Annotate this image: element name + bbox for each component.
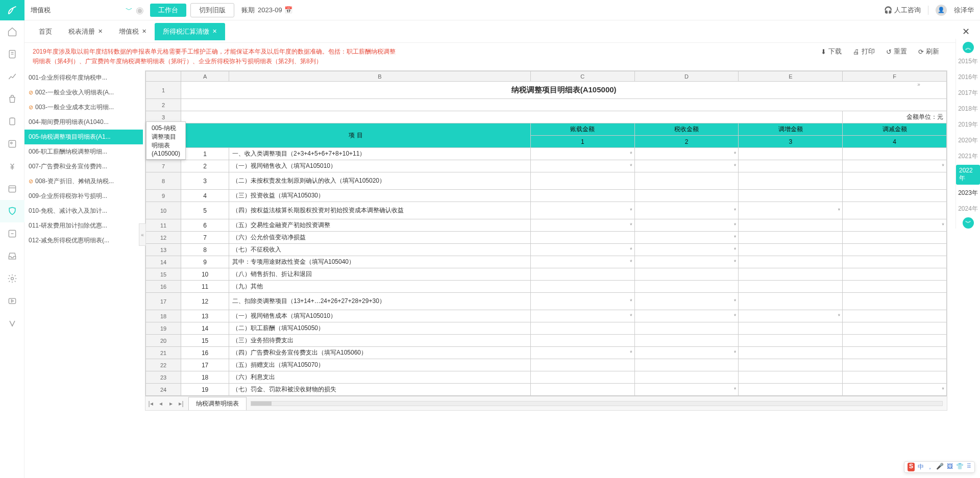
table-row[interactable]: 1813（一）视同销售成本（填写A105010）*** bbox=[146, 310, 947, 322]
period-value[interactable]: 2023-09 bbox=[258, 6, 282, 14]
nav-tax-icon[interactable] bbox=[0, 200, 24, 222]
sheet-tab[interactable]: 纳税调整明细表 bbox=[188, 397, 247, 410]
nav-inbox-icon[interactable] bbox=[0, 245, 24, 267]
table-row[interactable]: 2217（五）捐赠支出（填写A105070） bbox=[146, 359, 947, 371]
warn-icon: ⊘ bbox=[29, 104, 33, 111]
nav-archive-icon[interactable] bbox=[0, 222, 24, 245]
nav-chart-icon[interactable] bbox=[0, 65, 24, 88]
nav-doc-icon[interactable] bbox=[0, 43, 24, 65]
doc-icon[interactable]: ◉ bbox=[136, 5, 144, 16]
nav-calendar-icon[interactable] bbox=[0, 178, 24, 200]
year-2015[interactable]: 2015年 bbox=[958, 54, 978, 69]
close-icon[interactable]: ✕ bbox=[98, 28, 103, 35]
nav-v-icon[interactable] bbox=[0, 312, 24, 335]
ime-mic-icon[interactable]: 🎤 bbox=[936, 463, 944, 471]
sheet-nav-first[interactable]: |◂ bbox=[145, 400, 156, 407]
table-row[interactable]: 2015（三）业务招待费支出 bbox=[146, 335, 947, 347]
form-item-tooltip: 005-纳税调整项目明细表(A105000) bbox=[146, 121, 186, 160]
ime-toolbar[interactable]: S 中 ， 🎤 🖼 👕 ⠿ bbox=[904, 461, 975, 473]
support-link[interactable]: 🎧 人工咨询 bbox=[884, 6, 921, 15]
svg-rect-7 bbox=[9, 298, 15, 304]
avatar[interactable]: 👤 bbox=[936, 5, 947, 16]
nav-home-icon[interactable] bbox=[0, 20, 24, 43]
year-2018[interactable]: 2018年 bbox=[958, 102, 978, 116]
table-row[interactable]: 2419（七）罚金、罚款和被没收财物的损失** bbox=[146, 384, 947, 396]
year-2019[interactable]: 2019年 bbox=[958, 117, 978, 132]
reset-button[interactable]: ↺重置 bbox=[886, 47, 907, 56]
form-item-012[interactable]: 012-减免所得税优惠明细表(... bbox=[24, 233, 143, 248]
table-row[interactable]: 61一、收入类调整项目（2+3+4+5+6+7+8+10+11）** bbox=[146, 148, 947, 160]
year-2016[interactable]: 2016年 bbox=[958, 70, 978, 85]
close-icon[interactable]: ✕ bbox=[142, 28, 146, 35]
form-item-005[interactable]: 005-纳税调整项目明细表(A1... bbox=[24, 130, 143, 144]
calendar-icon[interactable]: 📅 bbox=[284, 6, 292, 14]
sheet-nav-prev[interactable]: ◂ bbox=[156, 400, 166, 407]
year-2022[interactable]: 2022年 bbox=[956, 165, 980, 185]
switch-old-button[interactable]: 切到旧版 bbox=[190, 3, 234, 17]
table-row[interactable]: 94（三）投资收益（填写A105030） bbox=[146, 190, 947, 202]
tab-tax-list[interactable]: 税表清册✕ bbox=[60, 23, 111, 40]
ime-grid-icon[interactable]: ⠿ bbox=[967, 463, 971, 471]
form-item-008[interactable]: ⊘008-资产折旧、摊销及纳税... bbox=[24, 174, 143, 189]
year-scroll-up[interactable]: ︽ bbox=[963, 42, 974, 53]
table-row[interactable]: 116（五）交易性金融资产初始投资调整*** bbox=[146, 219, 947, 232]
tab-vat[interactable]: 增值税✕ bbox=[111, 23, 155, 40]
close-all-button[interactable]: ✕ bbox=[958, 24, 974, 39]
table-row[interactable]: 105（四）按权益法核算长期股权投资对初始投资成本调整确认收益*** bbox=[146, 202, 947, 219]
form-item-002[interactable]: ⊘002-一般企业收入明细表(A... bbox=[24, 85, 143, 100]
workbench-button[interactable]: 工作台 bbox=[150, 4, 186, 17]
sheet-nav-last[interactable]: ▸| bbox=[176, 400, 186, 407]
tab-income-tax[interactable]: 所得税汇算清缴✕ bbox=[155, 23, 225, 40]
ime-item[interactable]: ， bbox=[927, 463, 933, 471]
year-2024[interactable]: 2024年 bbox=[958, 202, 978, 216]
table-row[interactable]: 138（七）不征税收入** bbox=[146, 244, 947, 256]
scrollbar-thumb[interactable] bbox=[251, 401, 272, 406]
download-icon: ⬇ bbox=[821, 48, 826, 56]
year-scroll-down[interactable]: ︾ bbox=[963, 217, 974, 229]
form-item-009[interactable]: 009-企业所得税弥补亏损明... bbox=[24, 189, 143, 204]
year-2020[interactable]: 2020年 bbox=[958, 133, 978, 148]
form-item-010[interactable]: 010-免税、减计收入及加计... bbox=[24, 204, 143, 218]
table-row[interactable]: 72（一）视同销售收入（填写A105010）*** bbox=[146, 160, 947, 172]
close-icon[interactable]: ✕ bbox=[212, 28, 217, 35]
nav-settings-icon[interactable] bbox=[0, 267, 24, 290]
nav-cny-icon[interactable] bbox=[0, 155, 24, 178]
table-row[interactable]: 2116（四）广告费和业务宣传费支出（填写A105060）** bbox=[146, 347, 947, 359]
ime-skin-icon[interactable]: 👕 bbox=[956, 463, 964, 471]
nav-preview-icon[interactable] bbox=[0, 133, 24, 155]
ime-lang[interactable]: 中 bbox=[918, 463, 924, 471]
page-tabs: 首页 税表清册✕ 增值税✕ 所得税汇算清缴✕ ✕ bbox=[24, 20, 980, 43]
year-2017[interactable]: 2017年 bbox=[958, 86, 978, 100]
tab-home[interactable]: 首页 bbox=[31, 23, 60, 40]
form-item-007[interactable]: 007-广告费和业务宣传费跨... bbox=[24, 159, 143, 174]
nav-bag-icon[interactable] bbox=[0, 88, 24, 110]
nav-clipboard-icon[interactable] bbox=[0, 110, 24, 133]
table-row[interactable]: 1611（九）其他 bbox=[146, 281, 947, 293]
form-item-006[interactable]: 006-职工薪酬纳税调整明细... bbox=[24, 144, 143, 159]
refresh-button[interactable]: ⟳刷新 bbox=[918, 47, 939, 56]
form-item-004[interactable]: 004-期间费用明细表(A1040... bbox=[24, 115, 143, 130]
table-row[interactable]: 1914（二）职工薪酬（填写A105050） bbox=[146, 322, 947, 335]
unit-label: 金额单位：元 bbox=[843, 111, 947, 123]
form-item-011[interactable]: 011-研发费用加计扣除优惠... bbox=[24, 218, 143, 233]
table-row[interactable]: 127（六）公允价值变动净损益* bbox=[146, 232, 947, 244]
table-row[interactable]: 83（二）未按权责发生制原则确认的收入（填写A105020） bbox=[146, 172, 947, 190]
table-row[interactable]: 1712二、扣除类调整项目（13+14+…24+26+27+28+29+30）*… bbox=[146, 293, 947, 310]
download-button[interactable]: ⬇下载 bbox=[821, 47, 842, 56]
nav-video-icon[interactable] bbox=[0, 290, 24, 312]
form-item-001[interactable]: 001-企业所得税年度纳税申... bbox=[24, 70, 143, 85]
form-item-003[interactable]: ⊘003-一般企业成本支出明细... bbox=[24, 100, 143, 115]
collapse-left-handle[interactable]: « bbox=[139, 223, 146, 246]
table-row[interactable]: 2318（六）利息支出 bbox=[146, 371, 947, 384]
year-2021[interactable]: 2021年 bbox=[958, 149, 978, 164]
horizontal-scrollbar[interactable] bbox=[251, 401, 943, 406]
module-selector[interactable]: 增值税 ﹀ bbox=[31, 6, 133, 15]
table-row[interactable]: 1510（八）销售折扣、折让和退回 bbox=[146, 268, 947, 281]
year-2023[interactable]: 2023年 bbox=[958, 186, 978, 200]
sheet-nav-next[interactable]: ▸ bbox=[166, 400, 176, 407]
app-logo[interactable] bbox=[0, 0, 24, 20]
collapse-right-handle[interactable]: » bbox=[915, 73, 922, 95]
table-row[interactable]: 149 其中：专项用途财政性资金（填写A105040）** bbox=[146, 256, 947, 268]
print-button[interactable]: 🖨打印 bbox=[853, 47, 875, 56]
ime-image-icon[interactable]: 🖼 bbox=[947, 463, 953, 471]
